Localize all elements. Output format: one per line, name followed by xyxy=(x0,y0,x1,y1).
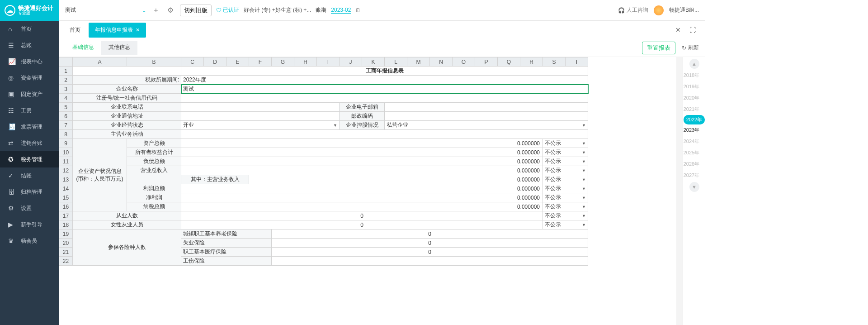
row-header[interactable]: 1 xyxy=(59,67,73,76)
cell[interactable]: 利润总额 xyxy=(127,184,181,193)
cell[interactable] xyxy=(385,112,588,121)
row-header[interactable]: 13 xyxy=(59,175,73,184)
cell[interactable]: 失业保险 xyxy=(181,239,272,248)
col-header[interactable]: A xyxy=(73,57,127,67)
row-header[interactable]: 14 xyxy=(59,184,73,193)
row-header[interactable]: 11 xyxy=(59,157,73,166)
row-header[interactable]: 10 xyxy=(59,148,73,157)
sidebar-item-4[interactable]: ▣固定资产 xyxy=(0,86,59,102)
sidebar-item-3[interactable]: ◎资金管理 xyxy=(0,70,59,86)
tab-annual-report[interactable]: 年报信息申报表 ✕ xyxy=(89,23,146,38)
spreadsheet[interactable]: ABCDEFGHIJKLMNOPQRST1工商年报信息表2税款所属期间:2022… xyxy=(59,57,676,325)
col-header[interactable]: M xyxy=(407,57,430,67)
cell[interactable]: 0 xyxy=(272,239,588,248)
col-header[interactable]: L xyxy=(385,57,407,67)
cell[interactable]: 工伤保险 xyxy=(181,257,272,266)
col-header[interactable]: B xyxy=(127,57,181,67)
col-header[interactable]: Q xyxy=(498,57,520,67)
row-header[interactable]: 20 xyxy=(59,239,73,248)
sidebar-item-1[interactable]: ☰总账 xyxy=(0,37,59,53)
year-2023年[interactable]: 2023年 xyxy=(684,124,705,136)
year-2027年[interactable]: 2027年 xyxy=(684,170,705,181)
cell[interactable]: 不公示▼ xyxy=(543,202,588,211)
close-icon[interactable]: ✕ xyxy=(136,27,140,33)
col-header[interactable]: K xyxy=(362,57,385,67)
cell[interactable] xyxy=(181,94,588,103)
cell[interactable]: 不公示▼ xyxy=(543,220,588,229)
sidebar-item-10[interactable]: 🗄归档管理 xyxy=(0,184,59,200)
cell[interactable]: 开业▼ xyxy=(181,121,340,130)
col-header[interactable]: R xyxy=(520,57,543,67)
cell[interactable]: 0 xyxy=(181,220,543,229)
company-selector[interactable]: 测试 ⌄ xyxy=(65,5,146,16)
col-header[interactable]: P xyxy=(475,57,498,67)
row-header[interactable]: 6 xyxy=(59,112,73,121)
cell[interactable] xyxy=(73,67,181,76)
col-header[interactable]: C xyxy=(181,57,204,67)
cell[interactable]: 注册号/统一社会信用代码 xyxy=(73,94,181,103)
cell[interactable]: 净利润 xyxy=(127,193,181,202)
row-header[interactable]: 19 xyxy=(59,229,73,239)
row-header[interactable]: 12 xyxy=(59,166,73,175)
cell[interactable]: 从业人数 xyxy=(73,211,181,220)
col-header[interactable]: I xyxy=(317,57,340,67)
year-2019年[interactable]: 2019年 xyxy=(684,81,705,92)
cell[interactable] xyxy=(272,257,588,266)
cell[interactable]: 营业总收入 xyxy=(127,166,181,175)
cell[interactable]: 0 xyxy=(272,248,588,257)
row-header[interactable]: 15 xyxy=(59,193,73,202)
cell[interactable]: 负债总额 xyxy=(127,157,181,166)
col-header[interactable]: O xyxy=(453,57,475,67)
row-header[interactable]: 2 xyxy=(59,76,73,85)
sidebar-item-5[interactable]: ☷工资 xyxy=(0,102,59,119)
reset-button[interactable]: 重置报表 xyxy=(642,42,675,54)
cell[interactable]: 测试 xyxy=(181,85,588,94)
calendar-icon[interactable]: 🗓 xyxy=(355,7,361,14)
cell[interactable] xyxy=(181,130,588,139)
cell[interactable]: 0.000000 xyxy=(181,184,543,193)
cell[interactable]: 工商年报信息表 xyxy=(181,67,588,76)
support-link[interactable]: 🎧 人工咨询 xyxy=(618,6,648,14)
cell[interactable]: 税款所属期间: xyxy=(73,76,181,85)
fullscreen-icon[interactable]: ⛶ xyxy=(687,24,698,35)
cell[interactable]: 0.000000 xyxy=(181,193,543,202)
row-header[interactable]: 3 xyxy=(59,85,73,94)
cell[interactable]: 不公示▼ xyxy=(543,139,588,148)
cell[interactable]: 参保各险种人数 xyxy=(73,229,181,266)
sidebar-item-13[interactable]: ♛畅会员 xyxy=(0,233,59,249)
sidebar-item-7[interactable]: ⇄进销台账 xyxy=(0,135,59,151)
cell[interactable]: 邮政编码 xyxy=(340,112,385,121)
refresh-button[interactable]: ↻ 刷新 xyxy=(682,44,699,52)
sidebar-item-9[interactable]: ✓结账 xyxy=(0,167,59,184)
cell[interactable]: 企业资产状况信息(币种：人民币万元) xyxy=(73,139,127,211)
row-header[interactable]: 16 xyxy=(59,202,73,211)
cell[interactable]: 企业通信地址 xyxy=(73,112,181,121)
year-2025年[interactable]: 2025年 xyxy=(684,147,705,158)
col-header[interactable]: N xyxy=(430,57,453,67)
row-header[interactable]: 18 xyxy=(59,220,73,229)
cell[interactable]: 不公示▼ xyxy=(543,157,588,166)
col-header[interactable]: E xyxy=(226,57,249,67)
row-header[interactable]: 17 xyxy=(59,211,73,220)
col-header[interactable]: G xyxy=(272,57,294,67)
period-selector[interactable]: 2023-02 xyxy=(331,7,351,14)
cell[interactable]: 城镇职工基本养老保险 xyxy=(181,229,272,239)
cell[interactable] xyxy=(181,112,340,121)
cell[interactable]: 不公示▼ xyxy=(543,148,588,157)
cell[interactable]: 女性从业人员 xyxy=(73,220,181,229)
year-2024年[interactable]: 2024年 xyxy=(684,136,705,147)
col-header[interactable]: T xyxy=(566,57,588,67)
avatar[interactable] xyxy=(654,5,664,15)
year-2026年[interactable]: 2026年 xyxy=(684,158,705,170)
close-all-icon[interactable]: ✕ xyxy=(673,24,684,35)
cell[interactable]: 0 xyxy=(272,229,588,239)
row-header[interactable]: 21 xyxy=(59,248,73,257)
sidebar-item-6[interactable]: 🧾发票管理 xyxy=(0,119,59,135)
cell[interactable]: 不公示▼ xyxy=(543,175,588,184)
cell[interactable]: 私营企业▼ xyxy=(385,121,588,130)
cell[interactable] xyxy=(127,175,181,184)
cell[interactable]: 不公示▼ xyxy=(543,193,588,202)
row-header[interactable]: 5 xyxy=(59,103,73,112)
cell[interactable]: 2022年度 xyxy=(181,76,588,85)
cell[interactable]: 纳税总额 xyxy=(127,202,181,211)
